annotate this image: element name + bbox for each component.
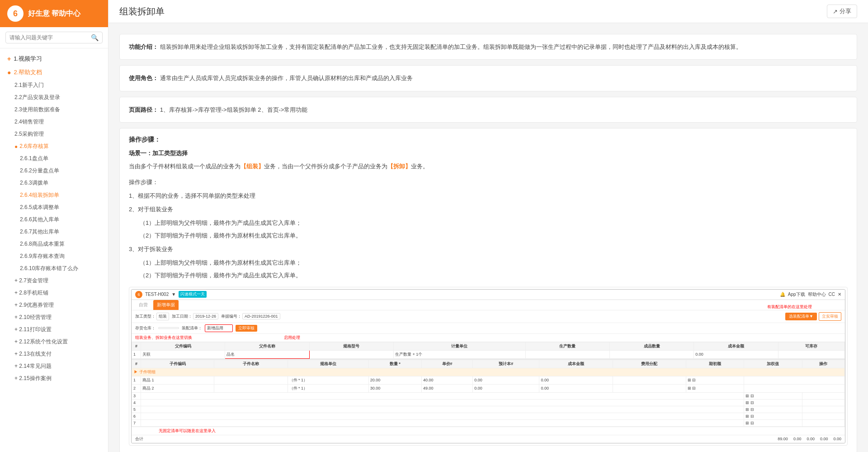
mock-confirm-btn[interactable]: 立实审核 [819, 312, 841, 321]
sub-table-cell [141, 419, 744, 426]
mock-tab-assembly: 新增单据 [153, 300, 179, 310]
disassembly-highlight: 【拆卸】 [387, 163, 411, 170]
mock-dropdown-icon: ▼ [171, 292, 176, 297]
table-cell [309, 350, 393, 358]
mock-help-label: 帮助中心 [808, 291, 826, 298]
plus-icon-onlinepay: + [14, 351, 18, 357]
sub-table-row-1: 1 商品 1 （件 * 1） 20.00 40.00 0.00 0.00 [132, 376, 845, 384]
screenshot-section: 6 TEST-H002 ▼ 闪速模式一天 🔔 App下载 帮助中心 CC ✕ [129, 287, 848, 446]
step1: 操作步骤： [129, 176, 848, 188]
sub-table-col-alloc: 费用分配 [613, 360, 686, 368]
mock-choose-template-btn[interactable]: 选装配清单▼ [785, 313, 817, 320]
footer-sep1: 0.00 [793, 437, 802, 441]
mock-docno-field: 单据编号： AD-20191226-001 [221, 313, 280, 319]
table-col-stock: 可库存 [778, 342, 844, 350]
sidebar-item-custom[interactable]: + 2.12系统个性化设置 [0, 336, 108, 348]
mock-upper-table: # 父件编码 父件名称 规格型号 计量单位 生产数量 成品数量 成本金额 可库存 [132, 342, 845, 359]
sub-table-row-7: 7 ⊞ ⊟ [132, 419, 845, 426]
footer-label: 合计 [135, 436, 143, 442]
mock-store-value [158, 327, 179, 329]
sidebar-item-video[interactable]: + 1.视频学习 [0, 52, 108, 66]
sub-table-col-init: 期初额 [686, 360, 744, 368]
mock-store-row: 存货仓库： 装配清单： 新增品用 立即审核 [132, 323, 845, 334]
sidebar-item-purchase[interactable]: 2.5采购管理 [0, 128, 108, 140]
mock-switch-row: 组装业务、拆卸业务在这里切换 启用处理 [132, 334, 845, 342]
sub-table-cell [141, 392, 744, 399]
sidebar-item-goodscost[interactable]: 2.6.8商品成本重算 [0, 238, 108, 250]
search-icon[interactable]: 🔍 [91, 34, 99, 41]
sidebar-item-costadj[interactable]: 2.6.5成本调整单 [0, 201, 108, 214]
table-col-prod-count: 成品数量 [609, 342, 693, 350]
mock-close-icon: ✕ [838, 292, 841, 297]
sidebar-item-finance[interactable]: + 2.7资金管理 [0, 275, 108, 287]
sub-table-cell: 0.00 [539, 384, 613, 392]
sub-table-cell [802, 392, 844, 399]
step3-text: 3、对于拆装业务 [129, 243, 848, 255]
mock-verify-btn[interactable]: 立即审核 [236, 325, 257, 332]
path-section: 页面路径： 1、库存核算->库存管理->组装拆卸单 2、首页->常用功能 [119, 97, 857, 123]
share-button[interactable]: ↗ 分享 [827, 5, 857, 18]
mock-assembly-value: 新增品用 [205, 324, 233, 332]
mock-type-value: 组装 [156, 313, 169, 320]
sidebar-item-newbie[interactable]: 2.1新手入门 [0, 79, 108, 91]
sub-table-col-code: 子件编码 [141, 360, 214, 368]
sidebar-item-faq[interactable]: + 2.14常见问题 [0, 360, 108, 372]
sidebar-item-sales[interactable]: 2.4销售管理 [0, 116, 108, 128]
sidebar-item-mobile[interactable]: + 2.8手机旺铺 [0, 287, 108, 299]
ops-title: 操作步骤： [129, 136, 848, 144]
annotation3: 启用处理 [284, 335, 300, 340]
table-cell: 0.00 [694, 350, 778, 358]
footer-val3: 0.00 [833, 437, 841, 441]
sub-table-cell [613, 384, 686, 392]
sub-table-cell: 商品 2 [141, 384, 214, 392]
scene1-desc2: 业务，当由一个父件拆分成多个子产品的业务为 [264, 163, 387, 170]
sidebar-item-stockcount[interactable]: 2.6.1盘点单 [0, 152, 108, 165]
step2a: （1）上部明细为父件明细，最终作为产成品生成其它入库单； [140, 217, 848, 229]
share-icon: ↗ [833, 8, 838, 15]
sidebar-item-otheroutstock[interactable]: 2.6.7其他出库单 [0, 226, 108, 238]
sub-table-row-2: 2 商品 2 （件 * 1） 30.00 49.00 0.00 0.00 [132, 384, 845, 392]
footer-val1: 89.00 [778, 437, 788, 441]
sidebar-item-assembly[interactable]: 2.6.4组装拆卸单 [0, 189, 108, 201]
mock-date-field: 加工日期： 2019-12-26 [172, 313, 218, 319]
table-col-parent-code: 父件编码 [141, 342, 225, 350]
sidebar-item-docs[interactable]: ● 2.帮助文档 [0, 66, 108, 79]
content-area: 功能介绍： 组装拆卸单用来处理企业组装或拆卸等加工业务，支持有固定装配清单的产品… [108, 23, 868, 452]
plus-icon-custom: + [14, 338, 18, 345]
steps-list: 操作步骤： 1、根据不同的业务，选择不同单据的类型来处理 2、对于组装业务 （1… [129, 176, 848, 281]
step3-sublist: （1）上部明细为父件明细，最终作为原材料生成其它出库单； （2）下部明细为子件明… [140, 257, 848, 281]
sidebar-item-stockerr[interactable]: 2.6.10库存账本错了么办 [0, 262, 108, 275]
sidebar-item-adjust[interactable]: 2.6.3调拨单 [0, 177, 108, 189]
table-col-num: # [132, 342, 141, 350]
sub-table-cell: ⊞ ⊟ [686, 384, 744, 392]
sidebar-item-coupon[interactable]: + 2.9优惠券管理 [0, 299, 108, 311]
table-cell: 关联 [141, 350, 225, 358]
sidebar-item-ops[interactable]: + 2.10经营管理 [0, 311, 108, 324]
role-label: 使用角色： [129, 75, 158, 81]
sub-table-cell: 49.00 [421, 384, 472, 392]
sidebar-item-cases[interactable]: + 2.15操作案例 [0, 372, 108, 385]
table-col-cost: 成本金额 [694, 342, 778, 350]
sidebar-item-splitcount[interactable]: 2.6.2分量盘点单 [0, 165, 108, 177]
mock-apps-label: App下载 [788, 291, 805, 298]
annotation4: 无固定清单可以随意在这里录入 [159, 428, 216, 433]
mock-type-field: 加工类型： 组装 [135, 313, 169, 320]
sidebar-item-print[interactable]: + 2.11打印设置 [0, 324, 108, 336]
table-cell: 1 [132, 350, 141, 358]
sidebar-item-install[interactable]: 2.2产品安装及登录 [0, 91, 108, 104]
mock-store-label: 存货仓库： [135, 325, 156, 331]
mock-assembly-label: 装配清单： [182, 325, 202, 331]
sub-table-cell: 3 [132, 392, 141, 399]
table-cell [609, 350, 693, 358]
sidebar-item-inventory[interactable]: ● 2.6库存核算 [0, 140, 108, 152]
scene1-title: 场景一：加工类型选择 [129, 149, 848, 157]
table-cell [525, 350, 609, 358]
sub-table-cell [802, 413, 844, 419]
app-name: 好生意 帮助中心 [28, 9, 80, 19]
path-text: 1、库存核算->库存管理->组装拆卸单 2、首页->常用功能 [160, 106, 308, 113]
sidebar-item-otherinstock[interactable]: 2.6.6其他入库单 [0, 214, 108, 226]
search-input[interactable] [9, 34, 91, 41]
sidebar-item-stockquery[interactable]: 2.6.9库存账本查询 [0, 250, 108, 262]
sidebar-item-onlinepay[interactable]: + 2.13在线支付 [0, 348, 108, 360]
sidebar-item-data-prep[interactable]: 2.3使用前数据准备 [0, 104, 108, 116]
